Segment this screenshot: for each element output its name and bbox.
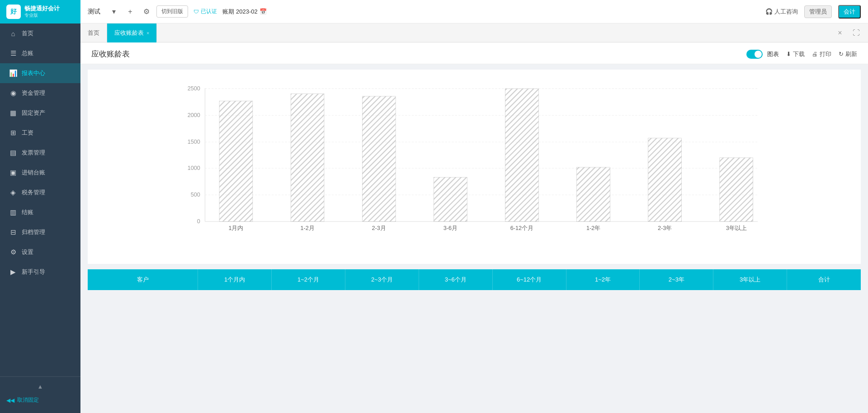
table-header: 客户 1个月内 1~2个月 2~3个月 3~6个月 6~12个月 1~2年 2~… [88, 269, 861, 290]
bar-6-12-month [505, 89, 539, 221]
svg-text:2000: 2000 [188, 112, 200, 118]
dropdown-button[interactable]: ▾ [108, 5, 120, 18]
x-label-5: 6-12个月 [510, 225, 533, 231]
refresh-button[interactable]: ↻ 刷新 [839, 50, 857, 58]
page-title: 应收账龄表 [91, 49, 130, 59]
print-label: 打印 [820, 50, 831, 58]
settings-button[interactable]: ⚙ [140, 5, 153, 18]
calendar-icon[interactable]: 📅 [259, 8, 267, 15]
company-label: 测试 [88, 8, 100, 16]
consult-label: 人工咨询 [774, 8, 798, 16]
sidebar-bottom: ▲ ◀◀ 取消固定 [0, 376, 80, 413]
toggle-track[interactable] [746, 50, 763, 59]
sidebar-item-archive[interactable]: ⊟ 归档管理 [0, 222, 80, 242]
tab-aging[interactable]: 应收账龄表 × [107, 23, 157, 42]
sidebar-item-report[interactable]: 📊 报表中心 [0, 63, 80, 83]
verified-badge: 🛡 已认证 [193, 8, 217, 15]
sidebar-label-close: 结账 [22, 208, 33, 216]
col-total: 合计 [787, 269, 861, 290]
sidebar-item-guide[interactable]: ▶ 新手引导 [0, 262, 80, 282]
download-button[interactable]: ⬇ 下载 [786, 50, 805, 58]
sidebar-label-report: 报表中心 [22, 69, 45, 77]
bar-1-month [219, 101, 253, 222]
sidebar-label-home: 首页 [22, 29, 33, 38]
tab-home-label: 首页 [88, 29, 99, 37]
print-button[interactable]: 🖨 打印 [812, 50, 831, 58]
verified-label: 已认证 [201, 8, 217, 15]
topbar: 测试 ▾ + ⚙ 切到旧版 🛡 已认证 账期 2023-02 📅 🎧 [80, 0, 868, 23]
wage-icon: ⊞ [9, 129, 17, 137]
x-label-3: 2-3月 [372, 225, 386, 231]
gear-icon: ⚙ [143, 7, 150, 16]
tabbar: 首页 应收账龄表 × × ⛶ [80, 23, 868, 42]
sidebar-label-asset: 固定资产 [22, 109, 45, 117]
sidebar-item-settings[interactable]: ⚙ 设置 [0, 242, 80, 262]
download-label: 下载 [793, 50, 805, 58]
x-label-6: 1-2年 [586, 225, 600, 231]
svg-text:1000: 1000 [188, 165, 200, 171]
sidebar-label-ledger: 总账 [22, 49, 33, 57]
app-name: 畅捷通好会计 [24, 5, 60, 13]
tax-icon: ◈ [9, 188, 17, 197]
sidebar-label-guide: 新手引导 [22, 268, 45, 276]
headset-icon: 🎧 [765, 8, 773, 15]
sidebar-item-home[interactable]: ⌂ 首页 [0, 23, 80, 43]
sidebar-item-tax[interactable]: ◈ 税务管理 [0, 183, 80, 202]
scroll-up-arrow[interactable]: ▲ [0, 381, 80, 392]
sidebar-label-tax: 税务管理 [22, 188, 45, 197]
consult-button[interactable]: 🎧 人工咨询 [765, 8, 798, 16]
print-icon: 🖨 [812, 51, 818, 57]
cancel-fixed-button[interactable]: ◀◀ 取消固定 [0, 392, 80, 408]
x-label-2: 1-2月 [300, 225, 314, 231]
col-customer: 客户 [88, 269, 198, 290]
sidebar-item-close[interactable]: ▥ 结账 [0, 202, 80, 222]
bar-2-3-month [362, 96, 396, 221]
bar-1-2-year [577, 167, 610, 221]
sidebar-item-invoice[interactable]: ▤ 发票管理 [0, 143, 80, 163]
company-name: 测试 [88, 8, 100, 16]
dropdown-icon: ▾ [112, 7, 116, 16]
period-display: 账期 2023-02 📅 [222, 8, 267, 16]
topbar-right: 🎧 人工咨询 管理员 会计 [765, 5, 861, 19]
logo-text-block: 畅捷通好会计 专业版 [24, 5, 60, 19]
period-value: 2023-02 [236, 8, 258, 15]
tab-close-icon[interactable]: × [146, 30, 149, 36]
stock-icon: ▣ [9, 169, 17, 177]
download-icon: ⬇ [786, 51, 791, 57]
svg-text:500: 500 [191, 192, 200, 198]
bar-2-3-year [648, 138, 682, 221]
sidebar-item-asset[interactable]: ▦ 固定资产 [0, 103, 80, 123]
col-1month: 1个月内 [198, 269, 272, 290]
x-label-4: 3-6月 [443, 225, 458, 231]
invoice-icon: ▤ [9, 149, 17, 157]
col-3plus-year: 3年以上 [713, 269, 787, 290]
sidebar-label-capital: 资金管理 [22, 89, 45, 97]
chart-toggle[interactable]: 图表 [746, 50, 779, 59]
svg-text:2500: 2500 [188, 85, 200, 92]
close-account-icon: ▥ [9, 208, 17, 216]
close-tab-button[interactable]: × [834, 27, 846, 39]
sidebar-label-settings: 设置 [22, 248, 33, 256]
capital-icon: ◉ [9, 89, 17, 97]
sidebar-item-wage[interactable]: ⊞ 工资 [0, 123, 80, 143]
chart-toggle-label: 图表 [767, 50, 779, 58]
expand-button[interactable]: ⛶ [850, 27, 863, 39]
main-area: 测试 ▾ + ⚙ 切到旧版 🛡 已认证 账期 2023-02 📅 🎧 [80, 0, 868, 413]
col-2-3year: 2~3年 [640, 269, 713, 290]
sidebar-label-archive: 归档管理 [22, 228, 45, 236]
add-button[interactable]: + [124, 5, 137, 18]
report-icon: 📊 [9, 69, 17, 77]
table-container: 客户 1个月内 1~2个月 2~3个月 3~6个月 6~12个月 1~2年 2~… [88, 269, 861, 290]
chart-container: 0 500 1000 1500 2000 2500 1月内 1-2月 [88, 70, 861, 264]
sidebar-item-capital[interactable]: ◉ 资金管理 [0, 83, 80, 103]
bar-3-plus-year [720, 158, 753, 221]
sidebar-item-ledger[interactable]: ☰ 总账 [0, 43, 80, 63]
topbar-actions: ▾ + ⚙ 切到旧版 [108, 5, 188, 18]
role-button[interactable]: 会计 [838, 5, 861, 19]
tab-home[interactable]: 首页 [80, 23, 107, 42]
user-button[interactable]: 管理员 [804, 5, 832, 18]
x-label-1: 1月内 [228, 225, 243, 231]
ledger-icon: ☰ [9, 49, 17, 57]
sidebar-item-stock[interactable]: ▣ 进销台账 [0, 163, 80, 183]
switch-version-button[interactable]: 切到旧版 [156, 5, 188, 18]
